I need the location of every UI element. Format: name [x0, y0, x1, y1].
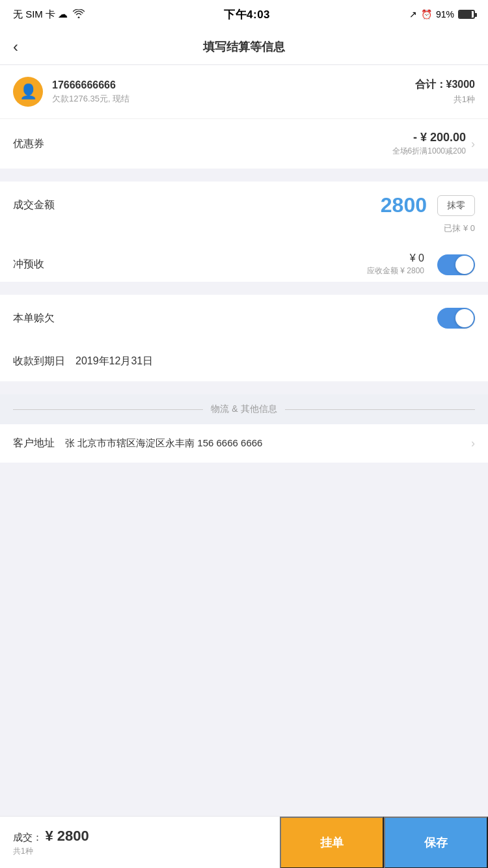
credit-toggle-thumb — [455, 309, 474, 327]
toggle-thumb — [455, 256, 474, 274]
user-row: 👤 17666666666 欠款1276.35元, 现结 合计：¥3000 共1… — [0, 65, 488, 119]
bottom-deal-label: 成交： — [13, 832, 42, 843]
user-info: 17666666666 欠款1276.35元, 现结 — [52, 79, 415, 105]
user-debt: 欠款1276.35元, 现结 — [52, 93, 415, 105]
logistics-separator: 物流 & 其他信息 — [0, 394, 488, 424]
amount-sub-text: 已抹 ¥ 0 — [0, 223, 488, 243]
address-label: 客户地址 — [13, 437, 55, 450]
user-total: 合计：¥3000 共1种 — [415, 78, 476, 105]
location-icon: ↗ — [409, 9, 417, 20]
bottom-summary: 成交： ¥ 2800 共1种 — [0, 828, 280, 857]
bottom-spacer — [0, 469, 488, 547]
due-date-value: 2019年12月31日 — [75, 355, 153, 368]
deal-amount-label: 成交金额 — [13, 198, 55, 212]
round-button[interactable]: 抹零 — [437, 195, 475, 216]
due-date-row: 收款到期日 2019年12月31日 — [0, 342, 488, 381]
avatar-icon: 👤 — [20, 83, 37, 100]
total-count: 共1种 — [415, 94, 476, 105]
sep-line-left — [13, 409, 203, 410]
address-value: 张 北京市市辖区海淀区永丰南 156 6666 6666 — [65, 436, 466, 451]
credit-label: 本单赊欠 — [13, 312, 55, 325]
address-section: 客户地址 张 北京市市辖区海淀区永丰南 156 6666 6666 › — [0, 424, 488, 463]
hold-button[interactable]: 挂单 — [280, 817, 384, 869]
bottom-amount: ¥ 2800 — [45, 828, 88, 844]
bottom-deal-row: 成交： ¥ 2800 — [13, 828, 267, 845]
bottom-count: 共1种 — [13, 846, 267, 857]
battery-label: 91% — [436, 9, 454, 20]
prepay-value-col: ¥ 0 应收金额 ¥ 2800 — [367, 252, 424, 277]
back-button[interactable]: ‹ — [13, 38, 18, 56]
due-date-label: 收款到期日 — [13, 355, 65, 368]
coupon-discount: - ¥ 200.00 — [392, 131, 466, 144]
status-left: 无 SIM 卡 ☁ — [13, 8, 85, 21]
nav-bar: ‹ 填写结算等信息 — [0, 29, 488, 65]
user-info-section: 👤 17666666666 欠款1276.35元, 现结 合计：¥3000 共1… — [0, 65, 488, 169]
avatar: 👤 — [13, 77, 43, 107]
prepay-row: 冲预收 ¥ 0 应收金额 ¥ 2800 — [0, 243, 488, 282]
coupon-row[interactable]: 优惠券 - ¥ 200.00 全场6折满1000减200 › — [0, 119, 488, 169]
coupon-value-wrap: - ¥ 200.00 全场6折满1000减200 — [392, 131, 466, 157]
address-row[interactable]: 客户地址 张 北京市市辖区海淀区永丰南 156 6666 6666 › — [0, 424, 488, 463]
prepay-label: 冲预收 — [13, 258, 44, 271]
prepay-sub: 应收金额 ¥ 2800 — [367, 265, 424, 277]
prepay-amount: ¥ 0 — [367, 252, 424, 264]
amount-right: 2800 抹零 — [381, 193, 475, 217]
bottom-bar: 成交： ¥ 2800 共1种 挂单 保存 — [0, 816, 488, 868]
sep-line-right — [285, 409, 475, 410]
coupon-right: - ¥ 200.00 全场6折满1000减200 › — [392, 131, 475, 157]
user-phone: 17666666666 — [52, 79, 415, 91]
credit-row: 本单赊欠 — [0, 295, 488, 342]
no-sim-label: 无 SIM 卡 ☁ — [13, 8, 68, 21]
save-button[interactable]: 保存 — [384, 817, 488, 869]
status-bar: 无 SIM 卡 ☁ 下午4:03 ↗ ⏰ 91% — [0, 0, 488, 29]
total-amount: 合计：¥3000 — [415, 78, 476, 92]
status-right: ↗ ⏰ 91% — [409, 9, 475, 20]
coupon-desc: 全场6折满1000减200 — [392, 146, 466, 157]
credit-toggle[interactable] — [437, 308, 475, 329]
coupon-label: 优惠券 — [13, 137, 44, 151]
prepay-right: ¥ 0 应收金额 ¥ 2800 — [367, 252, 475, 277]
alarm-icon: ⏰ — [421, 9, 432, 20]
amount-row: 成交金额 2800 抹零 — [0, 182, 488, 223]
coupon-chevron-icon: › — [471, 137, 475, 151]
battery-icon — [458, 10, 475, 19]
page-title: 填写结算等信息 — [203, 39, 285, 55]
divider-1 — [0, 175, 488, 182]
status-time: 下午4:03 — [224, 7, 270, 22]
divider-3 — [0, 388, 488, 394]
wifi-icon — [73, 9, 85, 20]
credit-section: 本单赊欠 收款到期日 2019年12月31日 — [0, 295, 488, 381]
deal-amount-value: 2800 — [381, 193, 427, 217]
divider-2 — [0, 288, 488, 295]
address-chevron-icon: › — [471, 437, 475, 450]
logistics-sep-text: 物流 & 其他信息 — [203, 403, 284, 415]
deal-amount-section: 成交金额 2800 抹零 已抹 ¥ 0 冲预收 ¥ 0 应收金额 ¥ 2800 — [0, 182, 488, 282]
prepay-toggle[interactable] — [437, 254, 475, 275]
